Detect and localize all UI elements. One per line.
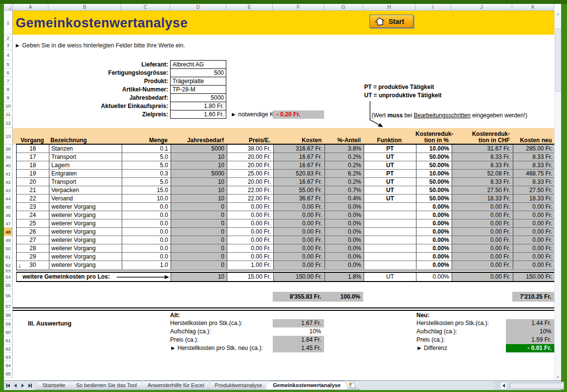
cell-vorgang[interactable]: 29 — [17, 253, 49, 261]
scroll-up-icon[interactable]: ▲ — [555, 11, 561, 17]
row-header-47[interactable]: 47 — [4, 219, 13, 228]
cell-anteil[interactable]: 0.0% — [325, 203, 364, 211]
cell-vorgang[interactable]: 27 — [17, 236, 49, 244]
cell-kostenreduktion-chf[interactable]: 31.67 Fr. — [452, 145, 513, 153]
cell-kostenreduktion-prozent[interactable]: 50.00% — [416, 178, 452, 186]
cell-anteil[interactable]: 0.0% — [325, 211, 364, 219]
cell-jahresbedarf[interactable]: 0 — [171, 203, 227, 211]
cell-kostenreduktion-chf[interactable]: 8.33 Fr. — [452, 161, 513, 170]
cell-kosten-neu[interactable]: 8.33 Fr. — [513, 178, 555, 186]
horizontal-scrollbar[interactable] — [509, 382, 564, 390]
cell-bezeichnung[interactable]: Transport — [49, 153, 122, 161]
cell-kosten-neu[interactable]: 285.00 Fr. — [513, 145, 555, 153]
cell-kosten[interactable]: 316.67 Fr. — [273, 145, 325, 153]
cell-anteil[interactable]: 6.2% — [325, 170, 364, 178]
hscroll-left-button[interactable] — [500, 382, 507, 390]
cell-bezeichnung[interactable]: Entgraten — [49, 170, 122, 178]
cell-kosten[interactable]: 0.00 Fr. — [273, 219, 325, 228]
extra-row-cell-kosten[interactable]: 150.00 Fr. — [273, 273, 325, 281]
cell-preis[interactable]: 0.00 Fr. — [227, 244, 273, 253]
cell-kosten[interactable]: 520.83 Fr. — [273, 170, 325, 178]
input-cell-4[interactable]: 5000 — [170, 93, 226, 102]
row-header-65[interactable]: 65 — [4, 370, 13, 378]
cell-menge[interactable]: 0.0 — [122, 219, 171, 228]
cell-kostenreduktion-prozent[interactable]: 0.00% — [416, 228, 452, 236]
cell-preis[interactable]: 20.00 Fr. — [227, 161, 273, 170]
column-header-K[interactable]: K — [512, 4, 554, 11]
cell-jahresbedarf[interactable]: 10 — [171, 186, 227, 195]
cell-preis[interactable]: 20.00 Fr. — [227, 153, 273, 161]
cell-funktion[interactable] — [364, 211, 416, 219]
cell-preis[interactable]: 0.00 Fr. — [227, 211, 273, 219]
cell-anteil[interactable]: 0.0% — [325, 244, 364, 253]
tab-area-splitter[interactable] — [495, 382, 499, 390]
cell-kostenreduktion-chf[interactable]: 0.00 Fr. — [452, 219, 513, 228]
cell-kosten-neu[interactable]: 18.33 Fr. — [513, 195, 555, 203]
auswertung-alt-value-3[interactable]: 1.45 Fr. — [273, 344, 324, 352]
cell-anteil[interactable]: 3.8% — [325, 145, 364, 153]
cell-kosten[interactable]: 16.67 Fr. — [273, 161, 325, 170]
cell-kosten-neu[interactable]: 0.00 Fr. — [513, 211, 555, 219]
row-header-50[interactable]: 50 — [4, 244, 13, 253]
cell-menge[interactable]: 0.1 — [122, 145, 171, 153]
extra-row-cell-funktion[interactable]: UT — [364, 273, 416, 281]
row-header-56[interactable]: 56 — [4, 289, 13, 302]
auswertung-alt-value-1[interactable]: 10% — [273, 327, 324, 336]
cell-anteil[interactable]: 0.0% — [325, 261, 364, 269]
cell-bezeichnung[interactable]: Stanzen — [49, 145, 122, 153]
cell-kostenreduktion-chf[interactable]: 0.00 Fr. — [452, 244, 513, 253]
cell-menge[interactable]: 5.0 — [122, 178, 171, 186]
cell-kostenreduktion-prozent[interactable]: 50.00% — [416, 161, 452, 170]
cell-bezeichnung[interactable]: weiterer Vorgang — [49, 219, 122, 228]
cell-kostenreduktion-prozent[interactable]: 10.00% — [416, 170, 452, 178]
cell-funktion[interactable]: UT — [364, 178, 416, 186]
cell-kosten[interactable]: 0.00 Fr. — [273, 228, 325, 236]
row-header-59[interactable]: 59 — [4, 320, 13, 328]
row-header-62[interactable]: 62 — [4, 345, 13, 353]
cell-jahresbedarf[interactable]: 10 — [171, 161, 227, 170]
cell-funktion[interactable]: UT — [364, 153, 416, 161]
cell-kosten[interactable]: 0.00 Fr. — [273, 244, 325, 253]
cell-menge[interactable]: 0.0 — [122, 253, 171, 261]
input-cell-3[interactable]: TP-28-M — [170, 85, 226, 94]
cell-kosten-neu[interactable]: 0.00 Fr. — [513, 236, 555, 244]
cell-kosten-neu[interactable]: 0.00 Fr. — [513, 261, 555, 269]
input-cell-6[interactable]: 1.60 Fr. — [170, 110, 226, 119]
column-header-F[interactable]: F — [273, 4, 324, 11]
column-header-E[interactable]: E — [226, 4, 273, 11]
cell-kostenreduktion-chf[interactable]: 0.00 Fr. — [452, 203, 513, 211]
cell-jahresbedarf[interactable]: 0 — [171, 228, 227, 236]
row-header-2[interactable]: 2 — [4, 35, 13, 41]
cell-kosten-neu[interactable]: 8.33 Fr. — [513, 161, 555, 170]
cell-kostenreduktion-chf[interactable]: 0.00 Fr. — [452, 236, 513, 244]
input-cell-1[interactable]: 500 — [170, 68, 226, 77]
row-header-57[interactable]: 57 — [4, 302, 13, 311]
cell-kosten[interactable]: 16.67 Fr. — [273, 153, 325, 161]
cell-vorgang[interactable]: 24 — [17, 211, 49, 219]
cell-kosten-neu[interactable]: 0.00 Fr. — [513, 219, 555, 228]
cell-menge[interactable]: 0.0 — [122, 236, 171, 244]
row-header-45[interactable]: 45 — [4, 203, 13, 211]
cell-kosten-neu[interactable]: 0.00 Fr. — [513, 203, 555, 211]
row-header-12[interactable]: 12 — [4, 118, 13, 128]
cell-jahresbedarf[interactable]: 5000 — [171, 170, 227, 178]
cell-kostenreduktion-chf[interactable]: 8.33 Fr. — [452, 178, 513, 186]
row-header-53[interactable]: 53 — [4, 269, 13, 273]
cell-bezeichnung[interactable]: weiterer Vorgang — [49, 236, 122, 244]
cell-anteil[interactable]: 0.0% — [325, 236, 364, 244]
cell-preis[interactable]: 0.00 Fr. — [227, 236, 273, 244]
cell-funktion[interactable]: UT — [364, 186, 416, 195]
cell-vorgang[interactable]: 17 — [17, 153, 49, 161]
row-header-48[interactable]: 48 — [4, 228, 13, 236]
cell-bezeichnung[interactable]: Transport — [49, 178, 122, 186]
row-header-49[interactable]: 49 — [4, 236, 13, 244]
cell-kosten-neu[interactable]: 8.33 Fr. — [513, 153, 555, 161]
extra-row-cell-anteil[interactable]: 1.8% — [325, 273, 364, 281]
scroll-down-icon[interactable]: ▼ — [555, 374, 561, 380]
cell-kostenreduktion-chf[interactable]: 27.50 Fr. — [452, 186, 513, 195]
sheet-tab-gemeinkostenwertanalyse[interactable]: Gemeinkostenwertanalyse — [265, 381, 348, 390]
extra-row-cell-kostenreduktion-prozent[interactable]: 0.00% — [416, 273, 452, 281]
cell-kostenreduktion-prozent[interactable]: 0.00% — [416, 253, 452, 261]
cell-bezeichnung[interactable]: Versand — [49, 195, 122, 203]
cell-kosten[interactable]: 55.00 Fr. — [273, 186, 325, 195]
